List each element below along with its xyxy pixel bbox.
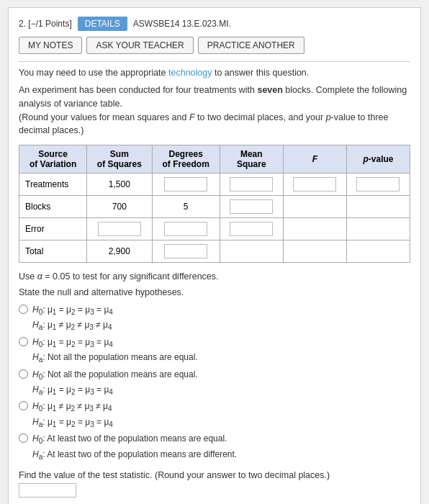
pval-total xyxy=(346,240,410,263)
main-card: 2. [−/1 Points] DETAILS ASWSBE14 13.E.02… xyxy=(8,7,421,504)
col-pval: p-value xyxy=(346,145,410,174)
source-treatments: Treatments xyxy=(19,174,87,196)
pval-treatments xyxy=(346,174,410,196)
hyp4-h0: H0: μ1 ≠ μ2 ≠ μ3 ≠ μ4 xyxy=(32,400,113,415)
col-source: Sourceof Variation xyxy=(19,145,87,174)
hyp3-h0: H0: Not all the population means are equ… xyxy=(32,368,198,383)
df-blocks: 5 xyxy=(152,196,220,218)
source-total: Total xyxy=(19,240,87,263)
col-ms: MeanSquare xyxy=(220,145,283,174)
pval-treatments-input[interactable] xyxy=(356,177,399,192)
row-treatments: Treatments 1,500 xyxy=(19,174,410,196)
test-stat-area: Find the value of the test statistic. (R… xyxy=(19,470,410,498)
hyp4-ha: Ha: μ1 = μ2 = μ3 = μ4 xyxy=(32,415,113,431)
pval-blocks xyxy=(346,196,410,218)
hyp-option-1: H0: μ1 = μ2 = μ3 = μ4 Ha: μ1 ≠ μ2 ≠ μ3 ≠… xyxy=(19,303,410,334)
test-stat-prompt: Find the value of the test statistic. (R… xyxy=(19,470,410,480)
hyp-option-5: H0: At least two of the population means… xyxy=(19,432,410,463)
ms-treatments xyxy=(220,174,283,196)
note-link[interactable]: technology xyxy=(168,68,212,78)
hyp-option-2: H0: μ1 = μ2 = μ3 = μ4 Ha: Not all the po… xyxy=(19,336,410,366)
ms-error xyxy=(220,218,283,240)
df-treatments xyxy=(152,174,220,196)
note-suffix: to answer this question. xyxy=(212,68,310,78)
source-error: Error xyxy=(19,218,87,240)
hyp1-ha: Ha: μ1 ≠ μ2 ≠ μ3 ≠ μ4 xyxy=(32,318,113,333)
my-notes-button[interactable]: MY NOTES xyxy=(19,37,82,54)
hyp5-ha: Ha: At least two of the population means… xyxy=(32,448,237,463)
points-label: 2. [−/1 Points] xyxy=(19,19,72,29)
ask-teacher-button[interactable]: ASK YOUR TEACHER xyxy=(86,37,193,54)
col-df: Degreesof Freedom xyxy=(152,145,220,174)
hyp-radio-4[interactable] xyxy=(19,401,28,410)
hyp-radio-3[interactable] xyxy=(19,369,28,379)
col-f: F xyxy=(283,145,346,174)
ms-blocks xyxy=(220,196,283,218)
col-sum: Sumof Squares xyxy=(87,145,152,174)
source-blocks: Blocks xyxy=(19,196,87,218)
action-bar: MY NOTES ASK YOUR TEACHER PRACTICE ANOTH… xyxy=(19,37,410,54)
hyp5-h0: H0: At least two of the population means… xyxy=(32,432,237,447)
hyp2-ha: Ha: Not all the population means are equ… xyxy=(32,351,198,366)
ss-treatments: 1,500 xyxy=(87,174,152,196)
ms-treatments-input[interactable] xyxy=(230,177,273,192)
problem-code: ASWSBE14 13.E.023.MI. xyxy=(133,19,231,29)
df-treatments-input[interactable] xyxy=(164,177,207,192)
ss-blocks: 700 xyxy=(87,196,152,218)
df-total-input[interactable] xyxy=(164,244,207,258)
ss-error xyxy=(87,218,152,240)
ss-error-input[interactable] xyxy=(98,222,141,236)
hyp-radio-1[interactable] xyxy=(19,305,28,314)
top-bar: 2. [−/1 Points] DETAILS ASWSBE14 13.E.02… xyxy=(19,17,410,31)
ms-blocks-input[interactable] xyxy=(230,199,273,214)
f-blocks xyxy=(283,196,346,218)
details-button[interactable]: DETAILS xyxy=(78,17,127,31)
f-total xyxy=(283,240,346,263)
df-error xyxy=(152,218,220,240)
hyp2-h0: H0: μ1 = μ2 = μ3 = μ4 xyxy=(32,336,198,351)
description: An experiment has been conducted for fou… xyxy=(19,84,410,138)
alpha-text: Use α = 0.05 to test for any significant… xyxy=(19,271,410,282)
df-total xyxy=(152,240,220,263)
f-treatments-input[interactable] xyxy=(293,177,336,192)
hyp3-ha: Ha: μ1 = μ2 = μ3 = μ4 xyxy=(32,383,198,398)
f-treatments xyxy=(283,174,346,196)
state-hyp-text: State the null and alternative hypothese… xyxy=(19,287,410,297)
ms-total xyxy=(220,240,283,263)
anova-table: Sourceof Variation Sumof Squares Degrees… xyxy=(19,145,410,263)
row-total: Total 2,900 xyxy=(19,240,410,263)
hyp-option-4: H0: μ1 ≠ μ2 ≠ μ3 ≠ μ4 Ha: μ1 = μ2 = μ3 =… xyxy=(19,400,410,431)
hyp-radio-2[interactable] xyxy=(19,337,28,346)
pval-error xyxy=(346,218,410,240)
hyp-radio-5[interactable] xyxy=(19,433,28,443)
hypothesis-group: H0: μ1 = μ2 = μ3 = μ4 Ha: μ1 ≠ μ2 ≠ μ3 ≠… xyxy=(19,303,410,463)
df-error-input[interactable] xyxy=(164,222,207,236)
note-prefix: You may need to use the appropriate xyxy=(19,68,168,78)
practice-another-button[interactable]: PRACTICE ANOTHER xyxy=(198,37,304,54)
test-stat-input[interactable] xyxy=(19,483,76,498)
row-blocks: Blocks 700 5 xyxy=(19,196,410,218)
f-error xyxy=(283,218,346,240)
note-text: You may need to use the appropriate tech… xyxy=(19,68,410,78)
ss-total: 2,900 xyxy=(87,240,152,263)
ms-error-input[interactable] xyxy=(230,222,273,236)
hyp1-h0: H0: μ1 = μ2 = μ3 = μ4 xyxy=(32,303,113,318)
row-error: Error xyxy=(19,218,410,240)
hyp-option-3: H0: Not all the population means are equ… xyxy=(19,368,410,399)
